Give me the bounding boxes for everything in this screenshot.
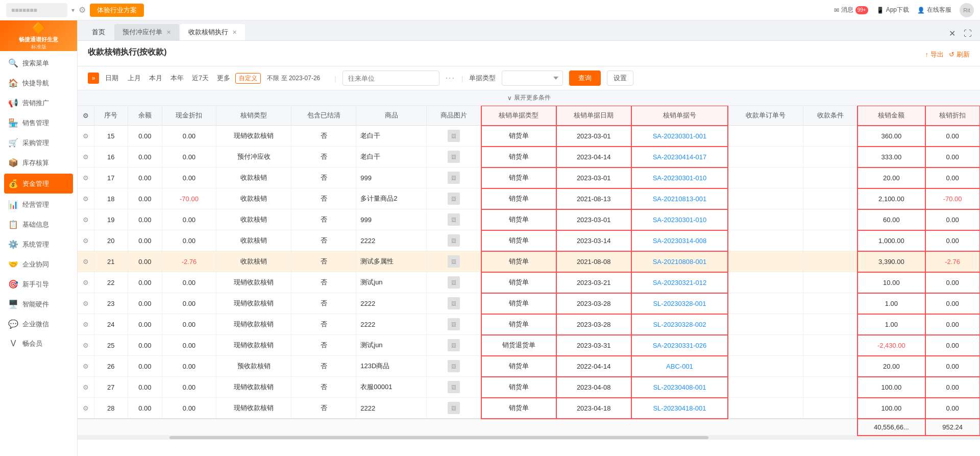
footer-label [78,419,857,436]
sidebar-item-finance[interactable]: 💰 资金管理 [4,174,73,194]
verify-bill-no-link[interactable]: SA-20230321-012 [653,279,707,286]
date-last-month-button[interactable]: 上月 [125,73,144,84]
cell-gear[interactable]: ⚙ [78,314,94,335]
tab-prepay-close[interactable]: ✕ [166,29,171,36]
date-custom-button[interactable]: 自定义 [235,73,261,84]
logo-area[interactable]: 🔶 畅捷通谱好生意 标准版 [0,20,77,51]
tab-home[interactable]: 首页 [84,24,113,40]
verify-bill-no-link[interactable]: SA-20230414-017 [653,153,707,161]
sidebar-item-marketing[interactable]: 📢 营销推广 [0,93,77,113]
sidebar-item-guide[interactable]: 🎯 新手引导 [0,274,77,294]
cell-verify-bill-no[interactable]: SA-20230321-012 [631,272,728,293]
from-unit-input[interactable] [342,70,439,86]
sidebar-item-shortcut[interactable]: 🏠 快捷导航 [0,73,77,93]
cell-gear[interactable]: ⚙ [78,126,94,147]
sidebar-item-system[interactable]: ⚙️ 系统管理 [0,234,77,254]
cell-gear[interactable]: ⚙ [78,209,94,230]
cell-verify-bill-no[interactable]: SA-20230301-010 [631,209,728,230]
cell-gear[interactable]: ⚙ [78,188,94,209]
cell-gear[interactable]: ⚙ [78,377,94,398]
sidebar-item-operation[interactable]: 📊 经营管理 [0,195,77,214]
cell-gear[interactable]: ⚙ [78,167,94,188]
expand-more-button[interactable]: ∨ 展开更多条件 [507,93,551,102]
verify-bill-no-link[interactable]: SA-20230331-026 [653,342,707,349]
settings-button[interactable]: 设置 [607,70,633,86]
logo-sub: 标准版 [31,43,46,51]
verify-bill-no-link[interactable]: SA-20230301-010 [653,216,707,224]
verify-bill-no-link[interactable]: SA-20230301-001 [653,132,707,140]
sidebar-item-hardware[interactable]: 🖥️ 智能硬件 [0,294,77,314]
single-type-select[interactable] [502,70,563,86]
refresh-button[interactable]: ↺ 刷新 [949,50,970,59]
date-this-month-button[interactable]: 本月 [146,73,165,84]
cell-gear[interactable]: ⚙ [78,398,94,419]
sidebar-item-enterprise[interactable]: 🤝 企业协同 [0,254,77,274]
cell-balance: 0.00 [128,356,162,377]
verify-bill-no-link[interactable]: SA-20230314-008 [653,237,707,245]
cell-verify-bill-no[interactable]: SL-20230328-002 [631,314,728,335]
tab-maximize-button[interactable]: ⛶ [962,27,974,40]
date-more-button[interactable]: 更多 [214,73,233,84]
cell-verify-bill-no[interactable]: SL-20230418-001 [631,398,728,419]
cell-verify-bill-no[interactable]: SA-20230301-001 [631,126,728,147]
cell-gear[interactable]: ⚙ [78,335,94,356]
verify-bill-no-link[interactable]: SL-20230328-001 [653,300,706,307]
industry-solution-button[interactable]: 体验行业方案 [90,4,144,17]
cell-gear[interactable]: ⚙ [78,147,94,167]
cell-verify-bill-no[interactable]: SA-20230314-008 [631,230,728,251]
sidebar-item-wechat[interactable]: 💬 企业微信 [0,314,77,334]
sidebar-item-purchase[interactable]: 🛒 采购管理 [0,133,77,153]
company-selector[interactable]: ■■■■■■■ [6,3,67,17]
tab-receivable[interactable]: 收款核销执行 ✕ [180,24,245,40]
verify-bill-no-link[interactable]: SL-20230408-001 [653,383,706,391]
cell-gear[interactable]: ⚙ [78,230,94,251]
cell-verify-type: 现销收款核销 [216,314,291,335]
date-last-7-days-button[interactable]: 近7天 [189,73,212,84]
verify-bill-no-link[interactable]: SA-20210808-001 [653,258,707,266]
cell-verify-bill-no[interactable]: SA-20230301-010 [631,167,728,188]
cell-gear[interactable]: ⚙ [78,251,94,272]
settings-icon[interactable]: ⚙ [79,5,86,15]
cell-verify-bill-type: 销货单 [481,167,556,188]
query-button[interactable]: 查询 [569,70,601,86]
cell-receipt-order-no [728,356,803,377]
cell-verify-bill-no[interactable]: SA-20230414-017 [631,147,728,167]
sidebar-item-inventory[interactable]: 📦 库存核算 [0,153,77,173]
cell-verify-bill-no[interactable]: SA-20230331-026 [631,335,728,356]
verify-bill-no-link[interactable]: SA-20210813-001 [653,195,707,203]
cell-verify-bill-no[interactable]: SA-20210808-001 [631,251,728,272]
verify-bill-no-link[interactable]: SA-20230301-010 [653,174,707,182]
cell-verify-bill-no[interactable]: SA-20210813-001 [631,188,728,209]
cell-product: 999 [356,167,427,188]
sidebar-item-basic[interactable]: 📋 基础信息 [0,214,77,234]
user-avatar[interactable]: Rit [960,3,974,17]
company-chevron-icon[interactable]: ▾ [71,7,75,14]
sidebar-item-search[interactable]: 🔍 搜索菜单 [0,53,77,73]
cell-gear[interactable]: ⚙ [78,272,94,293]
tab-close-window-button[interactable]: ✕ [947,27,958,40]
cell-verify-bill-no[interactable]: ABC-001 [631,356,728,377]
cell-product: 测试jun [356,272,427,293]
online-service-group[interactable]: 👤 在线客服 [917,6,951,14]
cell-verify-bill-no[interactable]: SL-20230408-001 [631,377,728,398]
verify-bill-no-link[interactable]: SL-20230418-001 [653,404,706,412]
cell-gear[interactable]: ⚙ [78,293,94,314]
tab-prepay[interactable]: 预付冲应付单 ✕ [114,24,179,40]
verify-bill-no-link[interactable]: SL-20230328-002 [653,321,706,328]
th-gear[interactable]: ⚙ [78,106,94,126]
messages-group[interactable]: ✉ 消息 99+ [834,6,868,14]
verify-bill-no-link[interactable]: ABC-001 [666,363,693,370]
sidebar-item-sales[interactable]: 🏪 销售管理 [0,113,77,133]
th-product: 商品 [356,106,427,126]
export-button[interactable]: ↑ 导出 [925,50,944,59]
cell-verify-bill-no[interactable]: SL-20230328-001 [631,293,728,314]
sidebar-item-member[interactable]: V 畅会员 [0,334,77,353]
filter-expand-button[interactable]: » [88,73,99,84]
cell-balance: 0.00 [128,147,162,167]
cell-gear[interactable]: ⚙ [78,356,94,377]
date-range-display: 不限 至 2023-07-26 [267,74,328,83]
sidebar-item-label: 经营管理 [22,200,49,209]
date-this-year-button[interactable]: 本年 [167,73,187,84]
tab-receivable-close[interactable]: ✕ [232,29,237,36]
app-download-group[interactable]: 📱 App下载 [876,6,909,14]
